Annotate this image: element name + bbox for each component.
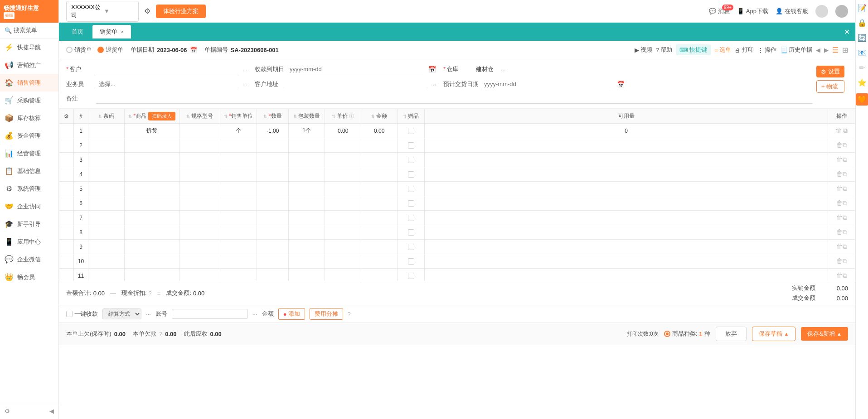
row-unit[interactable] — [220, 254, 257, 269]
row-qty[interactable] — [257, 211, 289, 225]
row-unit[interactable] — [220, 153, 257, 167]
copy-icon-1[interactable]: ⧉ — [843, 127, 848, 134]
radio-return-order[interactable]: 退货单 — [97, 46, 123, 54]
row-spec[interactable] — [179, 240, 220, 254]
th-amount[interactable]: ⇅ 金额 — [361, 109, 398, 124]
warehouse-dots[interactable]: ··· — [501, 66, 506, 73]
delete-icon-1[interactable]: 🗑 — [835, 127, 842, 134]
delete-icon[interactable]: 🗑 — [836, 243, 843, 250]
view-grid-icon[interactable]: ⊞ — [842, 46, 848, 54]
row-price[interactable] — [325, 182, 361, 196]
copy-icon[interactable]: ⧉ — [843, 272, 847, 279]
row-pkg[interactable] — [289, 167, 325, 182]
th-qty[interactable]: ⇅ *数量 — [257, 109, 289, 124]
row-price[interactable] — [325, 167, 361, 182]
sidebar-item-operations[interactable]: 📊 经营管理 — [0, 144, 58, 162]
th-gift[interactable]: ⇅ 赠品 — [398, 109, 425, 124]
message-button[interactable]: 💬 消息 99+ — [709, 7, 730, 15]
right-panel-icon-5[interactable]: ✏ — [859, 63, 865, 72]
copy-icon[interactable]: ⧉ — [843, 214, 847, 221]
sidebar-item-finance[interactable]: 💰 资金管理 — [0, 127, 58, 144]
delete-icon[interactable]: 🗑 — [836, 156, 843, 163]
row-amount[interactable] — [361, 254, 398, 269]
row-unit[interactable] — [220, 196, 257, 211]
sidebar-settings-icon[interactable]: ⚙ — [5, 408, 10, 414]
row-spec-1[interactable] — [179, 124, 220, 138]
sidebar-collapse-icon[interactable]: ◀ — [49, 408, 54, 414]
row-spec[interactable] — [179, 211, 220, 225]
row-price[interactable] — [325, 269, 361, 281]
row-pkg-1[interactable]: 1个 — [289, 124, 325, 138]
row-gift[interactable] — [398, 196, 425, 211]
staff-dots[interactable]: ··· — [242, 81, 247, 88]
sidebar-item-quick-nav[interactable]: ⚡ 快捷导航 — [0, 39, 58, 56]
row-pkg[interactable] — [289, 196, 325, 211]
right-panel-icon-1[interactable]: 📝 — [858, 4, 867, 12]
row-amount[interactable] — [361, 211, 398, 225]
copy-icon[interactable]: ⧉ — [843, 170, 847, 178]
expense-help-icon[interactable]: ? — [348, 311, 351, 318]
right-panel-icon-3[interactable]: 🔄 — [858, 34, 867, 42]
addr-dots[interactable]: ··· — [431, 81, 436, 88]
row-barcode[interactable] — [88, 167, 125, 182]
row-gift[interactable] — [398, 211, 425, 225]
row-unit[interactable] — [220, 240, 257, 254]
settings-button[interactable]: ⚙ — [144, 7, 150, 15]
save-new-button[interactable]: 保存&新增 ▲ — [801, 327, 848, 341]
row-product[interactable] — [125, 269, 179, 281]
copy-icon[interactable]: ⧉ — [843, 156, 847, 163]
delete-icon[interactable]: 🗑 — [836, 228, 843, 236]
tab-home[interactable]: 首页 — [64, 25, 91, 39]
copy-icon[interactable]: ⧉ — [843, 199, 847, 207]
row-qty[interactable] — [257, 196, 289, 211]
row-gift[interactable] — [398, 138, 425, 153]
row-product[interactable] — [125, 196, 179, 211]
delete-icon[interactable]: 🗑 — [836, 141, 843, 149]
row-unit[interactable] — [220, 138, 257, 153]
th-product[interactable]: ⇅ *商品 扫码录入 — [125, 109, 179, 124]
action-history[interactable]: 📃 历史单据 — [780, 46, 812, 54]
row-pkg[interactable] — [289, 153, 325, 167]
row-price[interactable] — [325, 225, 361, 240]
add-button[interactable]: ● 添加 — [278, 308, 305, 320]
row-barcode[interactable] — [88, 182, 125, 196]
staff-input[interactable] — [96, 79, 238, 89]
right-panel-icon-7[interactable]: 🧡 — [856, 93, 868, 106]
row-gift[interactable] — [398, 182, 425, 196]
sidebar-item-guide[interactable]: 🎓 新手引导 — [0, 215, 58, 233]
customer-dots[interactable]: ··· — [242, 66, 247, 73]
row-gift[interactable] — [398, 240, 425, 254]
row-price[interactable] — [325, 196, 361, 211]
discount-help-icon[interactable]: ? — [149, 290, 152, 297]
action-print[interactable]: 🖨 打印 — [735, 46, 754, 54]
app-download-button[interactable]: 📱 App下载 — [737, 7, 768, 15]
row-pkg[interactable] — [289, 225, 325, 240]
company-select[interactable]: XXXXXX公司 ▼ — [66, 1, 139, 22]
action-select[interactable]: ≡ 选单 — [714, 46, 731, 54]
calendar-icon[interactable]: 📅 — [190, 47, 197, 53]
row-gift[interactable] — [398, 167, 425, 182]
payment-account-input[interactable] — [172, 309, 248, 319]
action-shortcut[interactable]: ⌨ 快捷键 — [676, 44, 711, 55]
row-gift[interactable] — [398, 225, 425, 240]
payment-checkbox[interactable]: 一键收款 — [66, 310, 98, 318]
copy-icon[interactable]: ⧉ — [843, 243, 847, 250]
sidebar-item-apps[interactable]: 📱 应用中心 — [0, 233, 58, 250]
due-help-icon[interactable]: ? — [159, 331, 162, 337]
th-spec[interactable]: ⇅ 规格型号 — [179, 109, 220, 124]
row-amount[interactable] — [361, 138, 398, 153]
row-product[interactable] — [125, 225, 179, 240]
row-qty[interactable] — [257, 225, 289, 240]
sidebar-item-marketing[interactable]: 📢 营销推广 — [0, 56, 58, 74]
sidebar-item-wechat[interactable]: 💬 企业微信 — [0, 250, 58, 268]
th-unit[interactable]: ⇅ *销售单位 — [220, 109, 257, 124]
sidebar-item-member[interactable]: 👑 畅会员 — [0, 268, 58, 286]
nav-next-icon[interactable]: ▶ — [824, 47, 829, 53]
sidebar-item-sales[interactable]: 🏠 销售管理 — [0, 74, 58, 92]
copy-icon[interactable]: ⧉ — [843, 141, 847, 149]
row-amount[interactable] — [361, 196, 398, 211]
th-gear[interactable]: ⚙ — [59, 109, 74, 124]
customer-input[interactable] — [96, 64, 238, 74]
copy-icon[interactable]: ⧉ — [843, 257, 847, 265]
delete-icon[interactable]: 🗑 — [836, 199, 843, 207]
